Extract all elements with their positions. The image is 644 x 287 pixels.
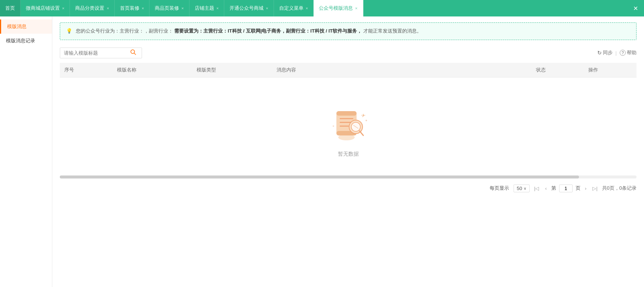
tab-shop-settings-label: 微商城店铺设置 xyxy=(26,5,60,12)
tab-template-msg-label: 公众号模版消息 xyxy=(319,5,353,12)
tab-template-msg[interactable]: 公众号模版消息 × xyxy=(314,0,363,16)
tab-product-page[interactable]: 商品页装修 × xyxy=(150,0,189,16)
tab-product-page-label: 商品页装修 xyxy=(155,5,179,12)
search-input[interactable] xyxy=(60,48,127,58)
close-tab-template-msg[interactable]: × xyxy=(355,6,357,10)
table-header-row: 序号 模版名称 模版类型 消息内容 状态 操作 xyxy=(60,63,637,77)
close-tab-shop-settings[interactable]: × xyxy=(62,6,64,10)
tab-custom-menu[interactable]: 自定义菜单 × xyxy=(274,0,314,16)
content-area: 💡 您的公众号行业为：主营行业：，副营行业： 需要设置为：主营行业：IT科技 /… xyxy=(52,16,644,287)
top-nav: 首页 微商城店铺设置 × 商品分类设置 × 首页装修 × 商品页装修 × 店铺主… xyxy=(0,0,644,16)
svg-line-1 xyxy=(134,53,136,55)
notice-text-prefix: 您的公众号行业为：主营行业：，副营行业： xyxy=(76,28,173,34)
sync-label: 同步 xyxy=(603,49,613,56)
svg-line-11 xyxy=(360,131,363,135)
prev-page-button[interactable]: ‹ xyxy=(543,185,548,192)
tab-home-decoration-label: 首页装修 xyxy=(120,5,139,12)
sidebar-item-template-msg-log[interactable]: 模版消息记录 xyxy=(0,34,52,48)
close-tab-open-mall[interactable]: × xyxy=(266,6,268,10)
close-tab-home-decoration[interactable]: × xyxy=(142,6,144,10)
close-tab-product-category[interactable]: × xyxy=(107,6,109,10)
tab-custom-menu-label: 自定义菜单 xyxy=(279,5,303,12)
main-layout: 模版消息 模版消息记录 💡 您的公众号行业为：主营行业：，副营行业： 需要设置为… xyxy=(0,16,644,287)
tab-home-decoration[interactable]: 首页装修 × xyxy=(115,0,150,16)
notice-icon: 💡 xyxy=(66,28,72,34)
help-icon: ? xyxy=(620,50,626,56)
close-tab-custom-menu[interactable]: × xyxy=(306,6,308,10)
tab-open-mall[interactable]: 开通公众号商城 × xyxy=(224,0,274,16)
search-bar-left xyxy=(60,48,142,58)
last-page-button[interactable]: ▷| xyxy=(591,185,599,192)
page-total: 共0页，0条记录 xyxy=(602,185,637,192)
data-table: 序号 模版名称 模版类型 消息内容 状态 操作 xyxy=(60,63,637,172)
search-button[interactable] xyxy=(127,49,139,56)
col-header-name: 模版名称 xyxy=(113,63,192,77)
sidebar: 模版消息 模版消息记录 xyxy=(0,16,52,287)
close-tab-product-page[interactable]: × xyxy=(181,6,184,10)
empty-illustration xyxy=(326,100,371,145)
global-close-button[interactable]: ✕ xyxy=(627,0,644,16)
col-header-type: 模版类型 xyxy=(192,63,272,77)
divider: | xyxy=(616,50,617,56)
tab-store-theme[interactable]: 店铺主题 × xyxy=(189,0,224,16)
tab-shop-settings[interactable]: 微商城店铺设置 × xyxy=(21,0,70,16)
chevron-down-icon: ∨ xyxy=(524,186,526,190)
col-header-status: 状态 xyxy=(531,63,584,77)
scroll-bar-area[interactable] xyxy=(60,175,637,178)
svg-rect-4 xyxy=(336,111,357,116)
search-icon xyxy=(130,49,136,55)
help-label: 帮助 xyxy=(627,49,637,56)
search-bar-right: ↻ 同步 | ? 帮助 xyxy=(597,49,637,56)
tab-home[interactable]: 首页 xyxy=(0,0,21,16)
page-label-pre: 第 xyxy=(551,185,556,192)
sync-button[interactable]: ↻ 同步 xyxy=(597,49,613,56)
sidebar-item-template-msg-label: 模版消息 xyxy=(7,24,27,29)
tab-open-mall-label: 开通公众号商城 xyxy=(229,5,264,12)
page-size-value: 50 xyxy=(517,186,522,191)
sidebar-item-template-msg[interactable]: 模版消息 xyxy=(0,19,52,34)
sync-icon: ↻ xyxy=(597,50,602,56)
svg-point-17 xyxy=(333,125,334,127)
page-number-input[interactable] xyxy=(559,184,573,192)
svg-point-16 xyxy=(366,120,367,121)
page-label-post: 页 xyxy=(576,185,580,192)
sidebar-item-template-msg-log-label: 模版消息记录 xyxy=(6,38,35,43)
tab-product-category-label: 商品分类设置 xyxy=(75,5,104,12)
col-header-action: 操作 xyxy=(584,63,637,77)
first-page-button[interactable]: |◁ xyxy=(533,185,540,192)
notice-box: 💡 您的公众号行业为：主营行业：，副营行业： 需要设置为：主营行业：IT科技 /… xyxy=(60,22,637,40)
pagination: 每页显示 50 ∨ |◁ ‹ 第 页 › ▷| 共0页，0条记录 xyxy=(60,181,637,195)
col-header-index: 序号 xyxy=(60,63,113,77)
tab-product-category[interactable]: 商品分类设置 × xyxy=(70,0,114,16)
tab-store-theme-label: 店铺主题 xyxy=(195,5,214,12)
notice-highlight: 需要设置为：主营行业：IT科技 / 互联网|电子商务，副营行业：IT科技 / I… xyxy=(174,28,362,34)
search-bar: ↻ 同步 | ? 帮助 xyxy=(60,48,637,58)
notice-text-suffix: 才能正常发送预置的消息。 xyxy=(363,28,422,34)
scroll-bar-thumb[interactable] xyxy=(60,175,579,178)
empty-text: 暂无数据 xyxy=(338,151,359,158)
next-page-button[interactable]: › xyxy=(583,185,588,192)
empty-state: 暂无数据 xyxy=(60,77,637,172)
help-button[interactable]: ? 帮助 xyxy=(620,49,637,56)
close-tab-store-theme[interactable]: × xyxy=(216,6,219,10)
col-header-content: 消息内容 xyxy=(272,63,531,77)
page-size-selector[interactable]: 50 ∨ xyxy=(514,184,530,192)
page-size-label: 每页显示 xyxy=(490,185,509,192)
tab-home-label: 首页 xyxy=(5,5,15,12)
